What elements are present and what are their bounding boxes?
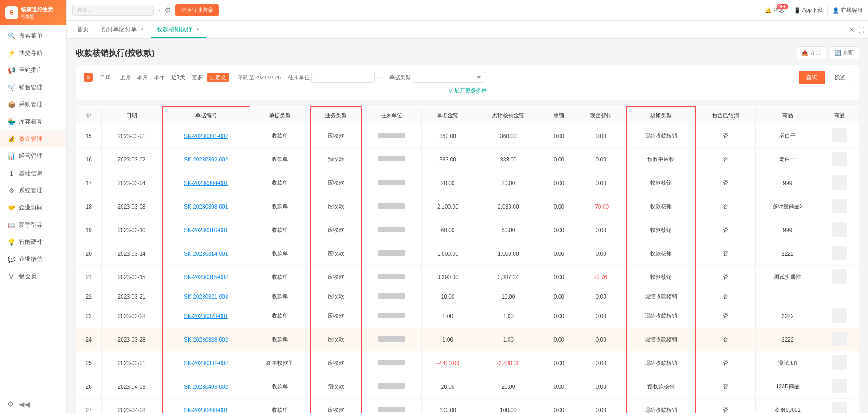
cell-doc-amount: 2,100.00 [421, 195, 474, 218]
doc-no-link[interactable]: SK-20230328-002 [184, 337, 228, 343]
cell-goods: 999 [755, 171, 820, 195]
cell-balance: 0.00 [542, 242, 576, 266]
date-filter-label: 日期 [100, 74, 111, 81]
date-7days[interactable]: 近7天 [170, 73, 187, 82]
cell-date: 2023-03-14 [101, 242, 162, 266]
sidebar-item-3[interactable]: 🛒销售管理 [0, 79, 66, 96]
cell-verify-type: 收款核销 [627, 242, 696, 266]
doc-no-link[interactable]: SK-20230310-001 [184, 227, 228, 233]
date-this-year[interactable]: 本年 [152, 73, 167, 82]
sidebar-item-14[interactable]: V畅会员 [0, 268, 66, 285]
export-button[interactable]: 📤 导出 [797, 46, 826, 59]
sidebar-item-0[interactable]: 🔍搜索菜单 [0, 27, 66, 44]
doc-no-link[interactable]: SK-20230331-002 [184, 360, 228, 366]
sidebar-bottom: ⚙ ◀◀ [0, 395, 66, 413]
sidebar-item-6[interactable]: 💰资金管理 [0, 130, 66, 147]
doc-no-link[interactable]: SK-20230328-001 [184, 313, 228, 319]
cell-date: 2023-03-10 [101, 218, 162, 242]
cell-include-settled: 否 [696, 399, 755, 413]
goods-thumbnail [832, 128, 847, 142]
sidebar-item-11[interactable]: 📖新手引导 [0, 216, 66, 233]
cell-biz-type: 应收款 [310, 399, 362, 413]
table-container: ⚙ 日期 单据编号 单据类型 业务类型 往来单位 单据金额 累计核销金额 余额 … [76, 106, 859, 413]
cell-doc-no: SK-20230321-003 [162, 289, 250, 304]
sidebar-item-5[interactable]: 🏪库存核算 [0, 113, 66, 130]
col-settings[interactable]: ⚙ [76, 107, 101, 124]
settings-bottom-icon[interactable]: ⚙ [7, 400, 14, 408]
page-header: 收款核销执行(按收款) 📤 导出 🔄 刷新 [76, 46, 859, 59]
cell-partner [362, 266, 421, 289]
sidebar-item-9[interactable]: ⚙系统管理 [0, 182, 66, 199]
sidebar-item-13[interactable]: 💬企业微信 [0, 251, 66, 268]
doc-type-label: 单据类型 [389, 74, 411, 81]
sidebar-item-2[interactable]: 📢营销推广 [0, 62, 66, 79]
sidebar-item-7[interactable]: 📊经营管理 [0, 147, 66, 165]
topbar-search[interactable]: 搜索... [72, 5, 154, 16]
sidebar-item-4[interactable]: 📦采购管理 [0, 96, 66, 113]
tab-close-1[interactable]: ✕ [140, 26, 144, 32]
table-row: 23 2023-03-28 SK-20230328-001 收款单 应收款 1.… [76, 304, 859, 328]
doc-no-link[interactable]: SK-20230301-002 [184, 133, 228, 139]
notification-area[interactable]: 🔔 消息 99+ [765, 6, 784, 14]
sidebar-item-1[interactable]: ⚡快捷导航 [0, 44, 66, 62]
cell-cash-discount: 0.00 [576, 304, 627, 328]
cell-doc-no: SK-20230408-001 [162, 399, 250, 413]
doc-no-link[interactable]: SK-20230314-001 [184, 251, 228, 257]
cell-goods-img [820, 195, 859, 218]
tab-2[interactable]: 收款核销执行✕ [151, 22, 206, 38]
cell-include-settled: 否 [696, 266, 755, 289]
col-balance: 余额 [542, 107, 576, 124]
settings-button[interactable]: 设置 [829, 71, 851, 84]
cell-goods-img [820, 148, 859, 171]
doc-no-link[interactable]: SK-20230304-001 [184, 180, 228, 186]
sidebar-menu: 🔍搜索菜单⚡快捷导航📢营销推广🛒销售管理📦采购管理🏪库存核算💰资金管理📊经营管理… [0, 25, 66, 395]
collapse-icon[interactable]: ◀◀ [19, 400, 30, 408]
close-tab-icon[interactable]: ✕ [849, 26, 854, 33]
online-service[interactable]: 👤 在线客服 [832, 6, 863, 14]
sidebar-icon-10: 🤝 [7, 204, 15, 211]
app-download[interactable]: 📱 App下载 [794, 6, 823, 14]
doc-no-link[interactable]: SK-20230408-001 [184, 407, 228, 413]
filter-expand[interactable]: ∨ 展开更多条件 [84, 84, 851, 95]
sidebar-icon-5: 🏪 [7, 118, 15, 125]
doc-no-link[interactable]: SK-20230321-003 [184, 294, 228, 300]
tab-1[interactable]: 预付单应付单✕ [95, 22, 151, 38]
sidebar-item-10[interactable]: 🤝企业协同 [0, 199, 66, 216]
refresh-button[interactable]: 🔄 刷新 [830, 46, 859, 59]
sidebar-label-3: 销售管理 [19, 83, 42, 91]
cell-doc-type: 收款单 [250, 148, 310, 171]
topbar-chevron-icon[interactable]: › [158, 7, 160, 14]
solution-button[interactable]: 体验行业方案 [175, 4, 219, 16]
col-doc-type: 单据类型 [250, 107, 310, 124]
partner-input[interactable] [311, 72, 375, 83]
cell-biz-type: 应收款 [310, 195, 362, 218]
tab-close-2[interactable]: ✕ [196, 26, 200, 32]
sidebar-icon-4: 📦 [7, 101, 15, 108]
filter-toggle-button[interactable]: » [84, 73, 93, 82]
phone-icon: 📱 [794, 7, 801, 14]
doc-no-link[interactable]: SK-20230308-001 [184, 204, 228, 210]
date-more[interactable]: 更多 [190, 73, 204, 82]
date-this-month[interactable]: 本月 [135, 73, 150, 82]
date-last-month[interactable]: 上月 [118, 73, 132, 82]
date-custom-btn[interactable]: 自定义 [207, 73, 229, 82]
sidebar-item-12[interactable]: 💡智能硬件 [0, 233, 66, 251]
tab-0[interactable]: 首页 [71, 22, 95, 38]
doc-no-link[interactable]: SK-20230403-002 [184, 384, 228, 390]
doc-no-link[interactable]: SK-20230302-002 [184, 157, 228, 163]
cell-doc-amount: 1,000.00 [421, 242, 474, 266]
query-button[interactable]: 查询 [799, 71, 825, 84]
cell-date: 2023-04-03 [101, 375, 162, 399]
logo-icon: 6 [5, 6, 18, 19]
cell-goods: 老白干 [755, 124, 820, 148]
partner-dots[interactable]: ··· [377, 74, 382, 81]
page-content: 收款核销执行(按收款) 📤 导出 🔄 刷新 » 日期 上月 本月 [67, 39, 868, 413]
cell-include-settled: 否 [696, 351, 755, 375]
sidebar-item-8[interactable]: ℹ基础信息 [0, 165, 66, 182]
expand-tab-icon[interactable]: ⛶ [858, 26, 864, 33]
cell-cash-discount: 0.00 [576, 375, 627, 399]
logo-title: 畅康道好生意 [21, 6, 53, 14]
topbar-gear-icon[interactable]: ⚙ [165, 6, 171, 14]
doc-type-select[interactable] [413, 72, 485, 83]
doc-no-link[interactable]: SK-20230315-002 [184, 274, 228, 280]
